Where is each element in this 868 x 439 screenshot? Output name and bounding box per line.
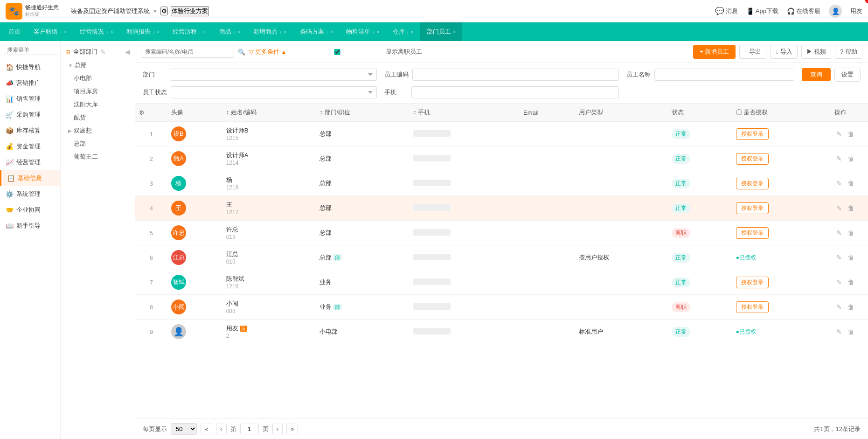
auth-btn[interactable]: 授权登录 (736, 301, 769, 313)
message-button[interactable]: 💬 消息 5 (715, 7, 738, 15)
tab-business[interactable]: 经营情况 ↓ × (73, 22, 119, 41)
import-button[interactable]: ↓ 导入 (770, 45, 797, 59)
name-filter-row: 员工名称 查询 设置 (626, 68, 861, 82)
user-avatar[interactable]: 👤 (829, 5, 842, 18)
dept-item-zongbu2[interactable]: 总部 (61, 137, 135, 150)
set-button[interactable]: 设置 (834, 68, 861, 82)
tab-profit[interactable]: 利润报告 ↓ × (120, 22, 166, 41)
add-employee-button[interactable]: + 新增员工 (693, 45, 736, 59)
next-page-button[interactable]: › (272, 424, 283, 434)
dept-item-xiaodian[interactable]: 小电部 (61, 72, 135, 85)
search-input[interactable] (141, 46, 234, 58)
col-name[interactable]: ↕ 姓名/编码 (222, 104, 316, 122)
tab-customer[interactable]: 客户联络 ↓ × (27, 22, 73, 41)
dept-item-zongbu[interactable]: ▼ 总部 (61, 59, 135, 72)
sidebar-item-sales[interactable]: 📊 销售管理 (0, 91, 60, 107)
video-button[interactable]: ▶ 视频 (801, 45, 832, 59)
tab-material[interactable]: 物料清单 ↓ × (340, 22, 386, 41)
sidebar-item-operation[interactable]: 📈 经营管理 (0, 154, 60, 170)
help-button[interactable]: ? 帮助 (835, 45, 862, 59)
delete-button[interactable]: 🗑 (846, 179, 856, 188)
col-ops: 操作 (831, 104, 868, 122)
edit-button[interactable]: ✎ (834, 203, 844, 213)
sidebar-item-inventory[interactable]: 📦 库存核算 (0, 123, 60, 139)
username-label[interactable]: 用友 (850, 7, 862, 15)
delete-button[interactable]: 🗑 (846, 203, 856, 213)
delete-button[interactable]: 🗑 (846, 154, 856, 163)
sidebar-item-finance[interactable]: 💰 资金管理 (0, 139, 60, 154)
sidebar-item-basic[interactable]: 📋 基础信息 (0, 170, 60, 186)
tab-barcode[interactable]: 条码方案 ↓ × (293, 22, 340, 41)
more-conditions-btn[interactable]: ▽ 更多条件 ▲ (249, 48, 287, 56)
edit-button[interactable]: ✎ (834, 154, 844, 163)
phone-filter-input[interactable] (411, 86, 618, 98)
logo-icon: 🐾 (6, 3, 22, 20)
edit-button[interactable]: ✎ (834, 129, 844, 139)
app-download-button[interactable]: 📱 App下载 (746, 7, 778, 15)
tab-dept[interactable]: 部门员工 × (420, 22, 462, 41)
edit-button[interactable]: ✎ (834, 302, 844, 312)
delete-button[interactable]: 🗑 (846, 327, 856, 336)
sidebar-item-collab[interactable]: 🤝 企业协同 (0, 202, 60, 218)
edit-button[interactable]: ✎ (834, 179, 844, 188)
code-filter-input[interactable] (412, 69, 618, 81)
auth-btn[interactable]: 授权登录 (736, 202, 769, 214)
delete-button[interactable]: 🗑 (846, 129, 856, 139)
last-page-button[interactable]: » (286, 424, 298, 434)
export-button[interactable]: ↑ 导出 (739, 45, 766, 59)
auth-btn[interactable]: 授权登录 (736, 153, 769, 165)
gear-button[interactable]: ⚙ (160, 7, 168, 15)
prev-page-button[interactable]: ‹ (216, 424, 226, 434)
status-badge: 离职 (672, 228, 690, 238)
sidebar-item-guide[interactable]: 📖 新手引导 (0, 218, 60, 234)
trial-button[interactable]: 体验行业方案 (171, 6, 209, 16)
tab-goods[interactable]: 商品 ↓ × (213, 22, 247, 41)
auth-btn[interactable]: 授权登录 (736, 227, 769, 239)
sidebar-search-input[interactable] (4, 45, 61, 55)
edit-button[interactable]: ✎ (834, 228, 844, 237)
auth-btn[interactable]: 授权登录 (736, 277, 769, 288)
delete-button[interactable]: 🗑 (846, 278, 856, 287)
sidebar-item-shortcut[interactable]: 🏠 快捷导航 (0, 59, 60, 75)
online-service-button[interactable]: 🎧 在线客服 (787, 7, 820, 15)
sidebar-item-purchase[interactable]: 🛒 采购管理 (0, 107, 60, 123)
page-size-select[interactable]: 50 100 (171, 423, 197, 435)
show-resigned-checkbox[interactable]: 显示离职员工 (291, 48, 422, 56)
sales-icon: 📊 (6, 95, 14, 103)
name-filter-input[interactable] (654, 69, 794, 81)
dept-item-putao[interactable]: 葡萄王二 (61, 150, 135, 163)
cell-status: 正常 (668, 320, 732, 344)
sidebar-item-marketing[interactable]: 📣 营销推广 (0, 75, 60, 91)
dept-collapse-btn[interactable]: ◀ (125, 48, 130, 56)
col-settings[interactable]: ⚙ (135, 104, 167, 122)
avatar: 江总 (171, 250, 186, 265)
tab-warehouse[interactable]: 仓库 ↓ × (386, 22, 420, 41)
tab-history[interactable]: 经营历程 ↓ × (166, 22, 212, 41)
tab-addgoods[interactable]: 新增商品 ↓ × (247, 22, 293, 41)
tab-home[interactable]: 首页 (2, 22, 27, 41)
dept-item-shenyang[interactable]: 沈阳大库 (61, 98, 135, 111)
edit-button[interactable]: ✎ (834, 278, 844, 287)
delete-button[interactable]: 🗑 (846, 253, 856, 262)
dept-item-project[interactable]: 项目库房 (61, 85, 135, 98)
employee-code: 008 (226, 308, 312, 314)
cell-phone (410, 196, 520, 221)
col-dept[interactable]: ↕ 部门/职位 (316, 104, 410, 122)
auth-btn[interactable]: 授权登录 (736, 178, 769, 189)
dept-edit-icon[interactable]: ✎ (100, 48, 106, 56)
query-button[interactable]: 查询 (802, 68, 831, 81)
edit-button[interactable]: ✎ (834, 253, 844, 262)
edit-button[interactable]: ✎ (834, 327, 844, 336)
status-filter-select[interactable] (171, 86, 377, 98)
page-input[interactable] (240, 424, 259, 434)
delete-button[interactable]: 🗑 (846, 228, 856, 237)
dept-filter-select[interactable] (170, 69, 377, 81)
delete-button[interactable]: 🗑 (846, 302, 856, 312)
auth-btn[interactable]: 授权登录 (736, 128, 769, 140)
title-arrow[interactable]: ▼ (153, 8, 158, 14)
dept-item-peihuo[interactable]: 配货 (61, 111, 135, 124)
col-phone[interactable]: ↕ 手机 (410, 104, 520, 122)
first-page-button[interactable]: « (201, 424, 212, 434)
sidebar-item-system[interactable]: ⚙️ 系统管理 (0, 186, 60, 202)
dept-item-shuangyue[interactable]: ▶ 双庭想 (61, 124, 135, 137)
